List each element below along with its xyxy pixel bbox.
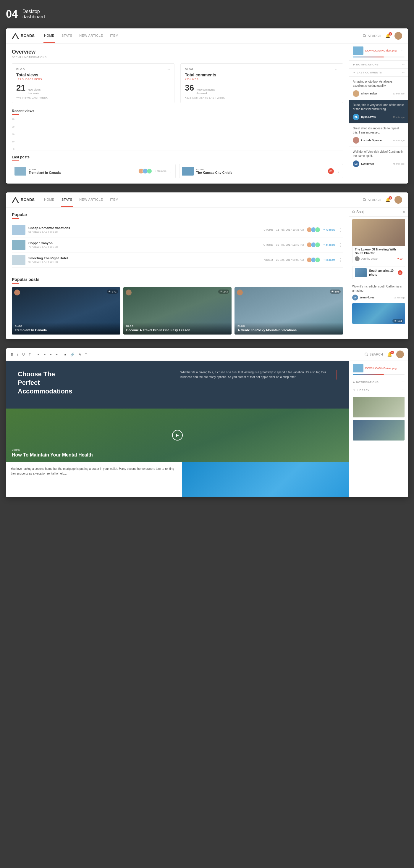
post-card-1[interactable]: BLOG Tremblant In Canada + 98 more ⋮: [12, 164, 176, 178]
comment-1: Amazing photo bro! As always excellent s…: [349, 77, 408, 100]
nav-avatar-1[interactable]: [394, 32, 402, 40]
popular-title: Popular: [12, 212, 343, 217]
nav-right-1: SEARCH 🔔 6: [363, 32, 402, 40]
editor-bell[interactable]: 🔔 6: [387, 352, 392, 357]
nav-bell-1[interactable]: 🔔 6: [385, 33, 390, 38]
editor-avatar[interactable]: [396, 350, 404, 358]
toolbar-link[interactable]: 🔗: [69, 352, 75, 357]
nav-logo-text-1: ROADS: [21, 33, 35, 38]
toolbar-underline[interactable]: U: [21, 352, 26, 357]
comment-footer-4: LB Lee Bryan 45 min ago: [353, 160, 405, 167]
nav-link-item[interactable]: ITEM: [109, 29, 119, 43]
popular-item-3[interactable]: Selecting The Right Hotel 93 VIEWS LAST …: [12, 252, 343, 268]
sidebar-search-panel[interactable]: Sou| ✕: [349, 208, 408, 217]
toolbar-italic[interactable]: I: [16, 352, 19, 357]
toolbar-align-center[interactable]: ≡: [43, 352, 46, 357]
sidebar-photo-thumb: [355, 268, 367, 277]
editor-search[interactable]: SEARCH: [365, 352, 383, 356]
nav-link-stats[interactable]: STATS: [61, 29, 73, 43]
popular-info-2: Copper Canyon 79 VIEWS LAST WEEK: [28, 241, 259, 248]
nav-search-2[interactable]: SEARCH: [363, 198, 381, 202]
sidebar-search-close[interactable]: ✕: [403, 211, 405, 214]
editor-text-block[interactable]: You love having a second home but the mo…: [6, 462, 182, 497]
post-info-1: BLOG Tremblant In Canada: [29, 168, 136, 174]
sidebar-search-text[interactable]: Sou|: [356, 210, 402, 214]
popular-section: Popular Cheap Romantic Vacations 55 VIEW…: [6, 208, 349, 272]
play-button[interactable]: ▶: [172, 430, 183, 440]
nav-link-home[interactable]: HOME: [43, 29, 55, 43]
editor-body-text[interactable]: Whether its a driving tour, a cruise or …: [180, 370, 337, 379]
toolbar-block[interactable]: ■: [64, 352, 67, 357]
toolbar-color[interactable]: A: [78, 352, 81, 357]
svg-line-11: [367, 355, 368, 356]
see-all-notifications[interactable]: SEE ALL NOTIFICATIONS: [12, 56, 343, 59]
toolbar-text-size[interactable]: T↑: [84, 352, 90, 357]
nav2-link-item[interactable]: ITEM: [109, 193, 119, 207]
post-card-2[interactable]: VIDEO The Kansas City Chiefs 88 ⋮: [179, 164, 343, 178]
nav-badge-1: 6: [388, 32, 392, 35]
nav2-link-stats[interactable]: STATS: [61, 193, 73, 207]
last-posts-title: Last posts: [12, 155, 343, 159]
post-grid-1[interactable]: 👁 371 BLOG Tremblant In Canada: [12, 287, 120, 335]
toolbar-align-right[interactable]: ≡: [49, 352, 53, 357]
sidebar-comment-text: Wow it's incredible, south California is…: [352, 284, 405, 293]
popular-avatars-3: [307, 257, 320, 262]
post-grid-2[interactable]: 👁 243 BLOG Become A Travel Pro In One Ea…: [123, 287, 232, 335]
editor-heading[interactable]: Choose The Perfect Accommodations: [18, 370, 71, 396]
comment-avatar-1: [353, 90, 359, 97]
nav2-link-home[interactable]: HOME: [43, 193, 55, 207]
sidebar-comment-author: Jean Flores: [359, 296, 374, 299]
comments-desc: New commentsthis week: [196, 88, 215, 95]
post-dots-1[interactable]: ⋮: [169, 169, 173, 174]
toolbar-align-justify[interactable]: ≡: [55, 352, 58, 357]
nav2-link-new-article[interactable]: NEW ARTICLE: [79, 193, 104, 207]
popular-item-2[interactable]: Copper Canyon 79 VIEWS LAST WEEK FUTURE …: [12, 238, 343, 252]
post-dots-2[interactable]: ⋮: [336, 169, 340, 174]
sidebar-card-info: The Luxury Of Traveling With South Chart…: [352, 246, 405, 263]
popular-dots-1[interactable]: ⋮: [338, 227, 343, 233]
views-title: Total views: [16, 72, 170, 77]
download-dots-3[interactable]: ⋯: [401, 367, 405, 370]
nav-avatar-2[interactable]: [394, 196, 402, 204]
sidebar-dots-library[interactable]: ⋯: [402, 389, 405, 392]
editor-main[interactable]: Choose The Perfect Accommodations Whethe…: [6, 361, 349, 408]
toolbar-align-left[interactable]: ≡: [37, 352, 40, 357]
sidebar-comment-2: Wow it's incredible, south California is…: [349, 282, 408, 303]
library-img-1[interactable]: [353, 397, 405, 417]
sidebar-dots-notif-3[interactable]: ⋯: [402, 381, 405, 384]
sidebar-photo-card[interactable]: South america 10 photo 28: [352, 266, 405, 279]
post-more-1: + 98 more: [154, 169, 167, 173]
popular-dots-2[interactable]: ⋮: [338, 242, 343, 248]
download-dots-1[interactable]: ⋯: [401, 49, 405, 53]
popular-dots-3[interactable]: ⋮: [338, 257, 343, 263]
views-num: 21: [16, 83, 26, 93]
editor-video-cat: VIDEO: [12, 449, 343, 452]
sidebar-card-img-bg: [352, 219, 405, 246]
sidebar-dots-notif[interactable]: ⋯: [402, 63, 405, 66]
svg-line-3: [365, 36, 366, 37]
stat-views: BLOG ⋯ Total views +13 SUBSCRIBERS 21 Ne…: [12, 63, 174, 103]
sidebar-card-author: Dorothy Logan: [361, 257, 378, 260]
nav-link-new-article[interactable]: NEW ARTICLE: [79, 29, 104, 43]
popular-more-3: + 26 more: [323, 258, 335, 261]
nav-bell-2[interactable]: 🔔 6: [385, 197, 390, 202]
library-img-2[interactable]: [353, 420, 405, 440]
post-grid-overlay-1: BLOG Tremblant In Canada: [12, 322, 120, 335]
popular-info-1: Cheap Romantic Vacations 55 VIEWS LAST W…: [28, 226, 259, 233]
toolbar-text[interactable]: T: [28, 352, 32, 357]
sidebar-library-section: [349, 394, 408, 445]
popular-item-1[interactable]: Cheap Romantic Vacations 55 VIEWS LAST W…: [12, 222, 343, 238]
post-grid-views-1: 👁 371: [107, 289, 118, 294]
sidebar-dots-comments[interactable]: ⋯: [402, 71, 405, 74]
popular-underline: [12, 218, 19, 219]
sidebar-arrow-library: ▼: [353, 389, 355, 392]
comment-3: Great shot, it's impossible to repeat th…: [349, 123, 408, 147]
nav-search-1[interactable]: SEARCH: [363, 34, 381, 38]
svg-point-2: [363, 34, 366, 37]
post-grid-3[interactable]: 👁 198 BLOG A Guide To Rocky Mountain Vac…: [235, 287, 343, 335]
chart-y-labels: 40 30 20 10 0: [12, 118, 14, 150]
editor-ocean-block: [182, 462, 349, 497]
notifications-label-3: NOTIFICATIONS: [356, 381, 379, 384]
toolbar-bold[interactable]: B: [10, 352, 14, 357]
sidebar-card-1[interactable]: The Luxury Of Traveling With South Chart…: [352, 219, 405, 263]
